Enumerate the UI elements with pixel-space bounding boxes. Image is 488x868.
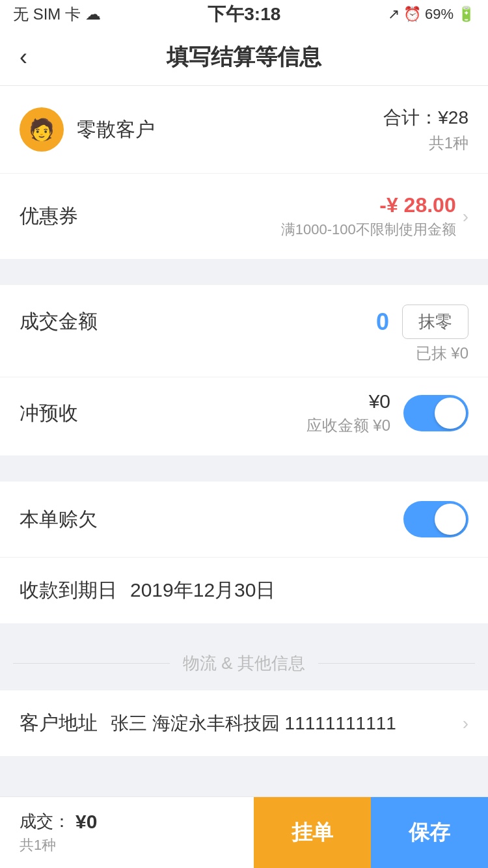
address-chevron-icon: ›	[463, 713, 468, 734]
save-button[interactable]: 保存	[371, 797, 488, 869]
nav-bar: ‹ 填写结算等信息	[0, 29, 488, 86]
coupon-discount: -¥ 28.00	[281, 193, 456, 217]
section-divider-1	[0, 272, 488, 285]
address-value: 张三 海淀永丰科技园 11111111111	[111, 711, 463, 736]
status-right: ↗ ⏰ 69% 🔋	[388, 6, 475, 23]
prepay-label: 冲预收	[20, 400, 78, 427]
customer-card: 🧑 零散客户 合计：¥28 共1种 优惠券 -¥ 28.00 满1000-100…	[0, 86, 488, 259]
debt-label: 本单赊欠	[20, 506, 98, 533]
customer-total: 合计：¥28	[383, 105, 468, 130]
address-row[interactable]: 客户地址 张三 海淀永丰科技园 11111111111 ›	[0, 690, 488, 756]
customer-row: 🧑 零散客户 合计：¥28 共1种	[0, 86, 488, 173]
status-time: 下午3:18	[208, 2, 280, 27]
amount-section: 成交金额 0 抹零 已抹 ¥0	[0, 285, 488, 377]
amount-card: 成交金额 0 抹零 已抹 ¥0 冲预收 ¥0 应收金额 ¥0	[0, 285, 488, 455]
address-card: 客户地址 张三 海淀永丰科技园 11111111111 ›	[0, 690, 488, 756]
hold-button[interactable]: 挂单	[254, 797, 371, 869]
coupon-right: -¥ 28.00 满1000-100不限制使用金额 ›	[281, 193, 468, 239]
prepay-section: 冲预收 ¥0 应收金额 ¥0	[0, 377, 488, 455]
avatar-icon: 🧑	[29, 117, 55, 142]
coupon-description: 满1000-100不限制使用金额	[281, 220, 456, 239]
bottom-deal-label: 成交：	[20, 810, 70, 833]
prepay-row: 冲预收 ¥0 应收金额 ¥0	[20, 390, 468, 436]
bottom-summary: 成交： ¥0 共1种	[0, 810, 254, 855]
bottom-deal-amount: ¥0	[75, 811, 97, 833]
customer-right: 合计：¥28 共1种	[383, 105, 468, 154]
customer-left: 🧑 零散客户	[20, 107, 155, 152]
page-title: 填写结算等信息	[167, 42, 321, 72]
content: 🧑 零散客户 合计：¥28 共1种 优惠券 -¥ 28.00 满1000-100…	[0, 86, 488, 847]
coupon-right-text: -¥ 28.00 满1000-100不限制使用金额	[281, 193, 456, 239]
amount-label: 成交金额	[20, 308, 98, 335]
chevron-right-icon: ›	[463, 206, 468, 227]
location-icon: ↗	[388, 6, 400, 23]
signal-text: 无 SIM 卡 ☁	[13, 4, 101, 25]
battery-icon: 🔋	[457, 6, 475, 23]
coupon-row[interactable]: 优惠券 -¥ 28.00 满1000-100不限制使用金额 ›	[0, 173, 488, 259]
customer-name: 零散客户	[77, 116, 155, 143]
coupon-label: 优惠券	[20, 203, 78, 230]
logistics-text: 物流 & 其他信息	[183, 652, 305, 675]
round-button[interactable]: 抹零	[402, 305, 468, 339]
duedate-row: 收款到期日 2019年12月30日	[0, 557, 488, 623]
toggle-knob	[435, 398, 466, 429]
prepay-amount-wrap: ¥0 应收金额 ¥0	[306, 390, 390, 436]
avatar: 🧑	[20, 107, 64, 152]
prepay-toggle[interactable]	[403, 395, 468, 431]
debt-section: 本单赊欠	[0, 481, 488, 557]
bottom-bar: 成交： ¥0 共1种 挂单 保存	[0, 796, 488, 868]
battery-text: 69%	[425, 6, 454, 23]
amount-row: 成交金额 0 抹零	[20, 305, 468, 339]
prepay-receivable: 应收金额 ¥0	[306, 415, 390, 436]
amount-value-wrap: 0 抹零	[376, 305, 468, 339]
address-label: 客户地址	[20, 710, 98, 737]
prepay-right: ¥0 应收金额 ¥0	[306, 390, 468, 436]
status-bar: 无 SIM 卡 ☁ 下午3:18 ↗ ⏰ 69% 🔋	[0, 0, 488, 29]
bottom-deal-row: 成交： ¥0	[20, 810, 234, 833]
debt-toggle-knob	[435, 504, 466, 535]
logistics-line-right	[318, 663, 475, 664]
prepay-amount: ¥0	[306, 390, 390, 413]
amount-rounded-sub: 已抹 ¥0	[20, 343, 468, 364]
duedate-label: 收款到期日	[20, 577, 117, 604]
customer-count: 共1种	[383, 133, 468, 154]
status-left: 无 SIM 卡 ☁	[13, 4, 101, 25]
section-divider-2	[0, 468, 488, 481]
logistics-divider: 物流 & 其他信息	[0, 636, 488, 690]
alarm-icon: ⏰	[403, 6, 421, 23]
bottom-count: 共1种	[20, 835, 234, 855]
back-button[interactable]: ‹	[20, 44, 27, 71]
debt-toggle[interactable]	[403, 501, 468, 537]
duedate-value: 2019年12月30日	[130, 577, 275, 604]
debt-card: 本单赊欠 收款到期日 2019年12月30日	[0, 481, 488, 623]
logistics-line-left	[13, 663, 170, 664]
amount-value: 0	[376, 308, 389, 336]
